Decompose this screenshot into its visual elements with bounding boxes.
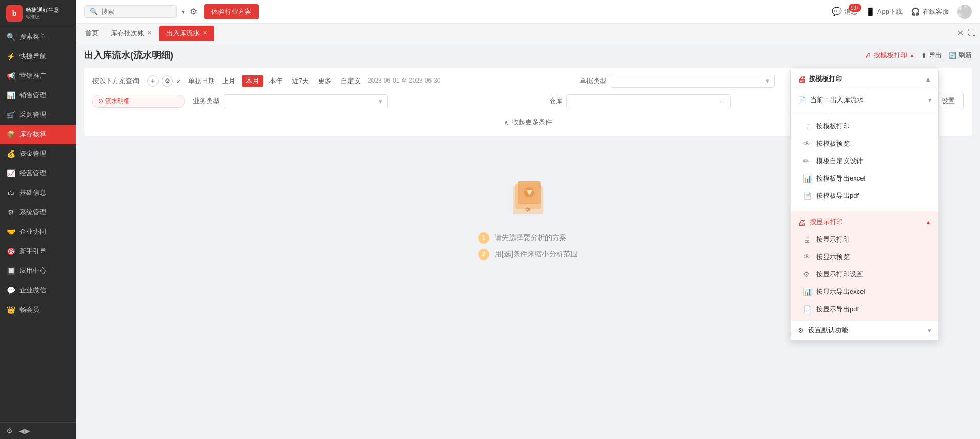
topbar-search-input[interactable] [101,8,163,15]
date-option-thismonth[interactable]: 本月 [242,75,263,87]
template-custom-item[interactable]: ✏ 模板自定义设计 [791,152,938,170]
display-print-header[interactable]: 🖨 按显示打印 ▲ [791,213,938,231]
sidebar-item-collab[interactable]: 🤝 企业协同 [0,222,76,242]
logo-badge: 标准版 [26,14,60,21]
display-print-icon: 🖨 [803,235,812,244]
sidebar-item-member-label: 畅会员 [19,305,40,314]
date-option-lastmonth[interactable]: 上月 [219,75,239,87]
sidebar-item-purchase[interactable]: 🛒 采购管理 [0,105,76,125]
refresh-btn[interactable]: 🔄 刷新 [948,51,972,60]
filter-collapse-btn[interactable]: « [176,77,180,85]
current-section-arrow[interactable]: ▾ [928,96,931,104]
sidebar-logo: b 畅捷通好生意 标准版 [0,0,76,27]
topbar-dropdown-arrow[interactable]: ▾ [182,8,185,15]
display-section-arrow[interactable]: ▲ [925,218,931,226]
message-btn[interactable]: 💬 消息 99+ [832,7,857,16]
empty-step-1: 1 请先选择要分析的方案 [478,232,578,244]
sidebar-item-wechat[interactable]: 💬 企业微信 [0,281,76,300]
template-preview-item[interactable]: 👁 按模板预览 [791,135,938,152]
marketing-icon: 📢 [6,71,15,81]
maximize-window-btn[interactable]: ⛶ [968,28,976,38]
doc-type-select[interactable]: ▾ [611,74,775,88]
display-pdf-item[interactable]: 📄 按显示导出pdf [791,301,938,318]
logo-name: 畅捷通好生意 [26,6,60,14]
print-current-header[interactable]: 📄 当前：出入库流水 ▾ [791,91,938,109]
sidebar-item-operation[interactable]: 📈 经营管理 [0,164,76,183]
template-print-item[interactable]: 🖨 按模板打印 [791,117,938,135]
date-option-thisyear[interactable]: 本年 [266,75,286,87]
sidebar-item-wechat-label: 企业微信 [19,286,46,295]
tab-batch-label: 库存批次账 [111,29,144,38]
online-service-btn[interactable]: 🎧 在线客服 [911,7,949,16]
topbar-search-box[interactable]: 🔍 [84,5,177,18]
sidebar-item-finance[interactable]: 💰 资金管理 [0,144,76,164]
sales-icon: 📊 [6,91,15,100]
filter-tag-item[interactable]: ⊙ 流水明细 [92,95,185,108]
filter-actions: ＋ ⚙ « [147,75,180,87]
collab-icon: 🤝 [6,227,15,236]
filter-main-label: 按以下方案查询 [92,76,139,86]
tab-flow-close[interactable]: ✕ [203,30,207,36]
trial-btn[interactable]: 体验行业方案 [204,4,259,19]
settings-bottom-icon[interactable]: ⚙ [6,427,13,435]
print-panel-header: 🖨 按模板打印 ▲ [791,69,938,89]
display-print-item[interactable]: 🖨 按显示打印 [791,231,938,248]
sidebar-item-guide[interactable]: 🎯 新手引导 [0,242,76,261]
set-default-btn[interactable]: ⚙ 设置默认功能 ▾ [791,320,938,340]
display-preview-item[interactable]: 👁 按显示预览 [791,248,938,266]
close-window-btn[interactable]: ✕ [957,28,964,38]
purchase-icon: 🛒 [6,110,15,119]
template-pdf-icon: 📄 [803,192,812,200]
sidebar-item-sales[interactable]: 📊 销售管理 [0,86,76,105]
finance-icon: 💰 [6,149,15,158]
tab-home[interactable]: 首页 [80,26,104,41]
warehouse-select[interactable]: ··· [566,94,731,108]
sidebar-item-basic[interactable]: 🗂 基础信息 [0,183,76,203]
filter-settings-btn[interactable]: ⚙ [162,75,173,87]
wechat-icon: 💬 [6,286,15,295]
fold-sidebar-icon[interactable]: ◀▶ [19,427,30,435]
app-download-btn[interactable]: 📱 App下载 [866,7,903,16]
template-preview-icon: 👁 [803,139,812,148]
sidebar-item-inventory[interactable]: 📦 库存核算 [0,125,76,144]
print-dropdown-arrow[interactable]: ▲ [909,52,915,58]
print-template-btn[interactable]: 🖨 按模板打印 ▲ [865,51,915,60]
business-type-select[interactable]: ▾ [224,94,388,108]
export-btn[interactable]: ⬆ 导出 [921,51,942,60]
template-excel-item[interactable]: 📊 按模板导出excel [791,170,938,187]
page-header: 出入库流水(流水明细) 🖨 按模板打印 ▲ ⬆ 导出 🔄 刷新 [84,49,972,62]
sidebar-item-system[interactable]: ⚙ 系统管理 [0,203,76,222]
sidebar-search[interactable]: 🔍 搜索菜单 [0,27,76,47]
template-excel-icon: 📊 [803,174,812,183]
sidebar-item-marketing[interactable]: 📢 营销推广 [0,66,76,86]
date-option-more[interactable]: 更多 [315,75,335,87]
sidebar: b 畅捷通好生意 标准版 🔍 搜索菜单 ⚡ 快捷导航 📢 营销推广 📊 销售管理… [0,0,76,439]
sidebar-item-inventory-label: 库存核算 [19,130,46,139]
date-options: 上月 本月 本年 近7天 更多 自定义 [219,75,364,87]
page-title: 出入库流水(流水明细) [84,49,173,62]
warehouse-dots[interactable]: ··· [719,97,725,105]
template-pdf-item[interactable]: 📄 按模板导出pdf [791,187,938,205]
tab-flow[interactable]: 出入库流水 ✕ [159,26,214,41]
sidebar-item-member[interactable]: 👑 畅会员 [0,300,76,320]
export-icon: ⬆ [921,52,927,59]
sidebar-item-apps[interactable]: 🔲 应用中心 [0,261,76,281]
tab-batch-close[interactable]: ✕ [147,30,152,36]
user-avatar-btn[interactable]: 用户名 [957,5,972,19]
tab-batch[interactable]: 库存批次账 ✕ [104,26,159,41]
date-filter-label: 单据日期 [188,76,215,86]
date-option-7days[interactable]: 近7天 [289,75,312,87]
tab-flow-label: 出入库流水 [166,29,200,38]
print-panel-collapse-btn[interactable]: ▲ [925,75,931,83]
display-excel-item[interactable]: 📊 按显示导出excel [791,283,938,301]
quicknav-icon: ⚡ [6,52,15,61]
filter-add-btn[interactable]: ＋ [147,75,159,87]
topbar: 🔍 ▾ ⚙ 体验行业方案 💬 消息 99+ 📱 App下载 🎧 在线客服 用户名 [76,0,980,24]
default-arrow: ▾ [928,327,931,334]
display-settings-item[interactable]: ⚙ 按显示打印设置 [791,266,938,283]
tabbar: 首页 库存批次账 ✕ 出入库流水 ✕ ✕ ⛶ [76,24,980,43]
topbar-gear-icon[interactable]: ⚙ [190,7,197,16]
date-option-custom[interactable]: 自定义 [338,75,364,87]
empty-illustration: 空 [502,171,554,222]
sidebar-item-quicknav[interactable]: ⚡ 快捷导航 [0,47,76,66]
